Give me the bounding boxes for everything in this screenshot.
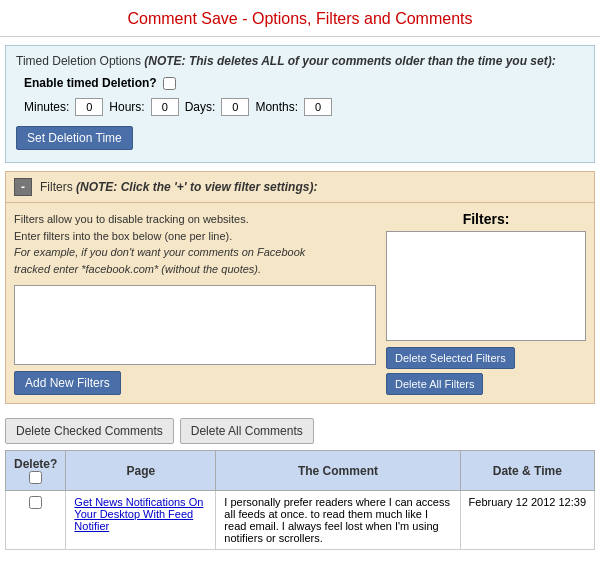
filters-description: Filters allow you to disable tracking on… <box>14 211 376 277</box>
table-row: Get News Notifications On Your Desktop W… <box>6 491 595 550</box>
filters-body: Filters allow you to disable tracking on… <box>6 203 594 403</box>
select-all-checkbox[interactable] <box>29 471 42 484</box>
minutes-input[interactable] <box>75 98 103 116</box>
enable-timed-deletion-row: Enable timed Deletion? <box>16 76 584 90</box>
filters-header: - Filters (NOTE: Click the '+' to view f… <box>6 172 594 203</box>
delete-selected-filters-button[interactable]: Delete Selected Filters <box>386 347 515 369</box>
filters-list-box[interactable] <box>386 231 586 341</box>
minutes-label: Minutes: <box>24 100 69 114</box>
days-label: Days: <box>185 100 216 114</box>
col-header-delete: Delete? <box>6 451 66 491</box>
enable-timed-deletion-checkbox[interactable] <box>163 77 176 90</box>
table-header-row: Delete? Page The Comment Date & Time <box>6 451 595 491</box>
hours-label: Hours: <box>109 100 144 114</box>
filters-header-text: Filters (NOTE: Click the '+' to view fil… <box>40 180 317 194</box>
filters-list-header: Filters: <box>386 211 586 227</box>
set-deletion-time-button[interactable]: Set Deletion Time <box>16 126 133 150</box>
timed-deletion-header: Timed Deletion Options (NOTE: This delet… <box>16 54 584 68</box>
row-page-cell: Get News Notifications On Your Desktop W… <box>66 491 216 550</box>
delete-all-filters-button[interactable]: Delete All Filters <box>386 373 483 395</box>
row-checkbox[interactable] <box>29 496 42 509</box>
row-comment-cell: I personally prefer readers where I can … <box>216 491 460 550</box>
months-input[interactable] <box>304 98 332 116</box>
comments-action-bar: Delete Checked Comments Delete All Comme… <box>0 412 600 450</box>
enable-label: Enable timed Deletion? <box>24 76 157 90</box>
delete-all-comments-button[interactable]: Delete All Comments <box>180 418 314 444</box>
col-header-page: Page <box>66 451 216 491</box>
days-input[interactable] <box>221 98 249 116</box>
filters-right-panel: Filters: Delete Selected Filters Delete … <box>386 211 586 395</box>
delete-checked-comments-button[interactable]: Delete Checked Comments <box>5 418 174 444</box>
time-inputs-row: Minutes: Hours: Days: Months: <box>16 98 584 116</box>
comments-table: Delete? Page The Comment Date & Time Get… <box>5 450 595 550</box>
page-link[interactable]: Get News Notifications On Your Desktop W… <box>74 496 203 532</box>
filters-left-panel: Filters allow you to disable tracking on… <box>14 211 376 395</box>
filters-toggle-button[interactable]: - <box>14 178 32 196</box>
hours-input[interactable] <box>151 98 179 116</box>
col-header-date: Date & Time <box>460 451 594 491</box>
add-new-filters-button[interactable]: Add New Filters <box>14 371 121 395</box>
row-delete-cell <box>6 491 66 550</box>
row-date-cell: February 12 2012 12:39 <box>460 491 594 550</box>
filters-action-buttons: Delete Selected Filters Delete All Filte… <box>386 347 586 395</box>
timed-deletion-section: Timed Deletion Options (NOTE: This delet… <box>5 45 595 163</box>
filters-textarea[interactable] <box>14 285 376 365</box>
months-label: Months: <box>255 100 298 114</box>
page-title: Comment Save - Options, Filters and Comm… <box>0 0 600 37</box>
col-header-comment: The Comment <box>216 451 460 491</box>
filters-section: - Filters (NOTE: Click the '+' to view f… <box>5 171 595 404</box>
